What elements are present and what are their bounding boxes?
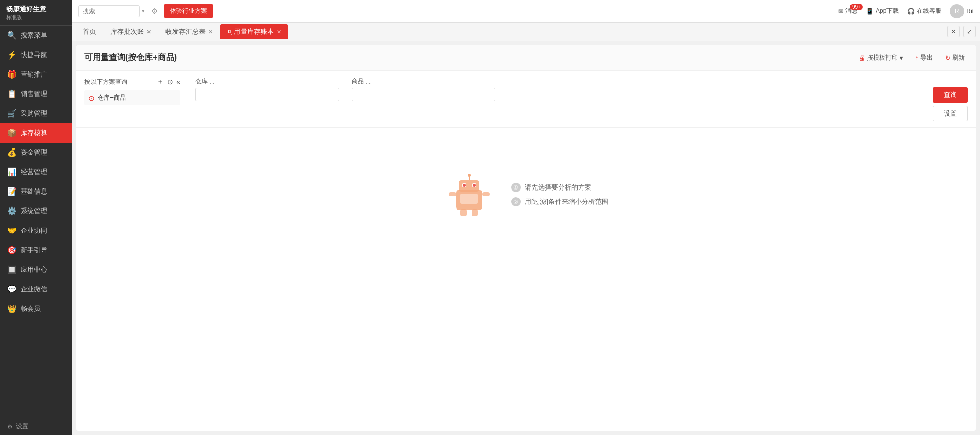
tab-available-label: 可用量库存账本	[227, 27, 274, 36]
sidebar-item-member[interactable]: 👑 畅会员	[0, 299, 72, 318]
topbar-dropdown-icon[interactable]: ▾	[142, 8, 145, 14]
refresh-icon: ↻	[945, 54, 950, 62]
sidebar-item-appcenter[interactable]: 🔲 应用中心	[0, 260, 72, 279]
topbar-right: ✉ 消息 99+ 📱 App下载 🎧 在线客服 R Rit	[838, 4, 974, 18]
refresh-label: 刷新	[952, 53, 965, 62]
filter-scheme-item[interactable]: ⊙ 仓库+商品	[84, 90, 180, 105]
topbar-search-area: ▾	[78, 5, 145, 17]
filter-settings-btn[interactable]: 设置	[933, 106, 968, 121]
filter-form: 仓库 ... 商品 ... 查询 设置	[187, 77, 968, 121]
export-btn[interactable]: ↑ 导出	[912, 51, 936, 64]
empty-tip-2: ② 用[过滤]条件来缩小分析范围	[511, 197, 608, 206]
filter-add-icon[interactable]: ＋	[157, 77, 164, 86]
sidebar-item-purchase[interactable]: 🛒 采购管理	[0, 104, 72, 123]
sidebar-item-search[interactable]: 🔍 搜索菜单	[0, 26, 72, 45]
sidebar-label-finance: 资金管理	[21, 148, 47, 157]
filter-settings-icon[interactable]: ⊙	[167, 78, 173, 86]
warehouse-input[interactable]	[195, 88, 339, 101]
goods-field: 商品 ...	[352, 77, 495, 101]
page-title: 可用量查询(按仓库+商品)	[84, 52, 177, 63]
headset-icon: 🎧	[907, 8, 915, 15]
tab-expand-btn[interactable]: ⤢	[963, 26, 976, 37]
query-btn[interactable]: 查询	[933, 87, 968, 103]
tab-available-close[interactable]: ✕	[276, 29, 281, 35]
sidebar-item-inventory[interactable]: 📦 库存核算	[0, 123, 72, 143]
sidebar-label-appcenter: 应用中心	[21, 265, 47, 274]
empty-state: ① 请先选择要分析的方案 ② 用[过滤]条件来缩小分析范围	[76, 128, 976, 261]
topbar-search-input[interactable]	[78, 5, 140, 17]
warehouse-field: 仓库 ...	[195, 77, 339, 101]
sales-icon: 📋	[7, 89, 16, 99]
tab-available[interactable]: 可用量库存账本 ✕	[220, 24, 288, 39]
app-download-btn[interactable]: 📱 App下载	[866, 7, 899, 15]
filter-collapse-icon[interactable]: «	[176, 78, 180, 86]
tab-summary-label: 收发存汇总表	[165, 27, 206, 36]
sidebar-item-quicknav[interactable]: ⚡ 快捷导航	[0, 45, 72, 65]
sidebar-menu: 🔍 搜索菜单 ⚡ 快捷导航 🎁 营销推广 📋 销售管理 🛒 采购管理 📦 库存核…	[0, 26, 72, 418]
tab-summary-close[interactable]: ✕	[208, 29, 213, 35]
empty-tip-1: ① 请先选择要分析的方案	[511, 183, 608, 192]
tab-summary[interactable]: 收发存汇总表 ✕	[159, 24, 219, 39]
page-header: 可用量查询(按仓库+商品) 🖨 按模板打印 ▾ ↑ 导出 ↻ 刷新	[76, 45, 976, 71]
sidebar-bottom: ⚙ 设置	[0, 418, 72, 435]
sidebar-item-operations[interactable]: 📊 经营管理	[0, 162, 72, 182]
sidebar-item-marketing[interactable]: 🎁 营销推广	[0, 65, 72, 84]
goods-more-icon[interactable]: ...	[366, 79, 371, 85]
avatar: R	[950, 4, 964, 18]
cooperation-icon: 🤝	[7, 226, 16, 235]
sidebar-item-cooperation[interactable]: 🤝 企业协同	[0, 221, 72, 240]
phone-icon: 📱	[866, 8, 874, 15]
appcenter-icon: 🔲	[7, 265, 16, 274]
wechat-icon: 💬	[7, 285, 16, 294]
svg-rect-10	[460, 209, 467, 216]
sidebar-label-purchase: 采购管理	[21, 109, 47, 118]
scheme-icon: ⊙	[88, 94, 95, 102]
tab-home[interactable]: 首页	[76, 24, 103, 39]
sidebar-item-wechat[interactable]: 💬 企业微信	[0, 279, 72, 299]
filter-sidebar-title-text: 按以下方案查询	[84, 78, 127, 86]
page-content: 可用量查询(按仓库+商品) 🖨 按模板打印 ▾ ↑ 导出 ↻ 刷新	[76, 45, 976, 431]
svg-point-7	[468, 174, 471, 177]
sidebar-item-finance[interactable]: 💰 资金管理	[0, 143, 72, 162]
refresh-btn[interactable]: ↻ 刷新	[942, 51, 968, 64]
sidebar-label-member: 畅会员	[21, 304, 41, 313]
sidebar-item-sales[interactable]: 📋 销售管理	[0, 84, 72, 104]
filter-sidebar-title: 按以下方案查询 ＋ ⊙ «	[84, 77, 180, 86]
print-btn[interactable]: 🖨 按模板打印 ▾	[856, 51, 906, 64]
topbar-gear-icon[interactable]: ⚙	[149, 7, 160, 16]
sidebar-item-system[interactable]: ⚙️ 系统管理	[0, 201, 72, 221]
basicinfo-icon: 📝	[7, 187, 16, 196]
tab-close-btn[interactable]: ✕	[947, 26, 960, 37]
goods-input[interactable]	[352, 88, 495, 101]
online-service-btn[interactable]: 🎧 在线客服	[907, 7, 941, 15]
sidebar-label-inventory: 库存核算	[21, 128, 47, 138]
tab-batch[interactable]: 库存批次账 ✕	[104, 24, 158, 39]
filter-actions: 查询 设置	[933, 77, 968, 121]
search-icon: 🔍	[7, 31, 16, 40]
sidebar-label-sales: 销售管理	[21, 89, 47, 99]
warehouse-label: 仓库 ...	[195, 77, 339, 86]
tip-text-2: 用[过滤]条件来缩小分析范围	[525, 197, 608, 206]
newguide-icon: 🎯	[7, 245, 16, 255]
user-menu[interactable]: R Rit	[950, 4, 974, 18]
sidebar-label-search: 搜索菜单	[21, 31, 47, 40]
edition-label: 标准版	[6, 14, 66, 21]
tab-home-label: 首页	[83, 27, 96, 36]
topbar: ▾ ⚙ 体验行业方案 ✉ 消息 99+ 📱 App下载 🎧 在线客服 R Rit	[72, 0, 980, 23]
goods-label: 商品 ...	[352, 77, 495, 86]
tab-batch-close[interactable]: ✕	[146, 29, 151, 35]
svg-rect-8	[449, 192, 456, 196]
filter-sidebar-actions: ＋ ⊙ «	[157, 77, 180, 86]
finance-icon: 💰	[7, 148, 16, 157]
marketing-icon: 🎁	[7, 70, 16, 79]
warehouse-more-icon[interactable]: ...	[210, 79, 214, 85]
sidebar-item-basicinfo[interactable]: 📝 基础信息	[0, 182, 72, 201]
sidebar-item-newguide[interactable]: 🎯 新手引导	[0, 240, 72, 260]
notification-btn[interactable]: ✉ 消息 99+	[838, 7, 858, 15]
purchase-icon: 🛒	[7, 109, 16, 118]
sidebar-logo: 畅康通好生意 标准版	[0, 0, 72, 26]
page-header-actions: 🖨 按模板打印 ▾ ↑ 导出 ↻ 刷新	[856, 51, 968, 64]
member-icon: 👑	[7, 304, 16, 313]
industry-btn[interactable]: 体验行业方案	[164, 4, 213, 18]
tip-num-2: ②	[511, 197, 521, 206]
